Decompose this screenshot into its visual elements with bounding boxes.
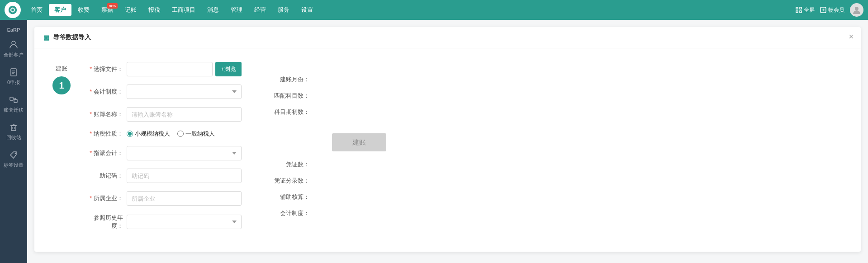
nav-item-settings[interactable]: 设置 — [296, 4, 318, 16]
sidebar-logo-text: EaRP — [5, 24, 22, 35]
nav-item-business[interactable]: 工商项目 — [166, 4, 201, 16]
nav-right: 全屏 畅会员 — [796, 3, 863, 17]
nav-item-home[interactable]: 首页 — [25, 4, 48, 16]
sidebar-item-recycle[interactable]: 回收站 — [0, 118, 27, 146]
trash-icon — [9, 122, 19, 132]
account-name-input[interactable] — [127, 107, 242, 122]
right-account-system-label: 会计制度： — [269, 209, 309, 217]
step-label: 建账 — [56, 65, 67, 73]
subject-init-row: 科目期初数： — [269, 108, 450, 116]
small-taxpayer-radio[interactable] — [127, 131, 133, 137]
sidebar-label: 回收站 — [6, 134, 21, 141]
voucher-count-row: 凭证数： — [269, 160, 450, 169]
svg-point-20 — [15, 153, 16, 154]
import-panel: ▩ 导爷数据导入 × 建账 1 选择文件： — [34, 27, 861, 252]
account-system-row: 会计制度： — [87, 85, 242, 99]
browse-button[interactable]: +浏览 — [215, 62, 242, 76]
voucher-records-label: 凭证分录数： — [269, 177, 309, 185]
subject-init-label: 科目期初数： — [269, 108, 309, 116]
assign-accountant-select[interactable] — [127, 146, 242, 160]
tax-radio-group: 小规模纳税人 一般纳税人 — [127, 130, 215, 138]
nav-item-message[interactable]: 消息 — [202, 4, 224, 16]
sidebar-label: 0申报 — [7, 79, 20, 86]
main-layout: EaRP 全部客户 0申报 账套迁移 回收站 — [0, 20, 868, 263]
belong-company-row: 所属企业： — [87, 191, 242, 206]
file-row: 选择文件： +浏览 — [87, 62, 242, 76]
small-taxpayer-option[interactable]: 小规模纳税人 — [127, 130, 170, 138]
nav-items: 首页 客户 收费 票据 new 记账 报税 工商项目 消息 管理 经营 服务 设… — [25, 4, 796, 16]
transfer-icon — [9, 95, 19, 105]
avatar[interactable] — [850, 3, 863, 17]
import-icon: ▩ — [43, 34, 49, 41]
voucher-count-label: 凭证数： — [269, 160, 309, 169]
fullscreen-button[interactable]: 全屏 — [796, 6, 815, 14]
content-area: ▩ 导爷数据导入 × 建账 1 选择文件： — [27, 20, 868, 263]
svg-rect-14 — [14, 99, 17, 103]
nav-item-customer[interactable]: 客户 — [49, 4, 71, 16]
nav-item-bookkeeping[interactable]: 记账 — [119, 4, 142, 16]
belong-company-label: 所属企业： — [87, 194, 123, 202]
match-subject-label: 匹配科目数： — [269, 92, 309, 100]
memo-code-label: 助记码： — [87, 172, 123, 180]
aux-calc-label: 辅助核算： — [269, 193, 309, 201]
svg-point-7 — [855, 7, 859, 10]
tag-icon — [9, 150, 19, 160]
file-input-wrap: +浏览 — [127, 62, 242, 76]
nav-item-manage[interactable]: 管理 — [225, 4, 248, 16]
top-nav: 首页 客户 收费 票据 new 记账 报税 工商项目 消息 管理 经营 服务 设… — [0, 0, 868, 20]
nav-item-operation[interactable]: 经营 — [249, 4, 271, 16]
sidebar-label: 标签设置 — [4, 162, 24, 169]
sidebar-item-all-customers[interactable]: 全部客户 — [0, 35, 27, 63]
svg-point-1 — [11, 9, 14, 11]
voucher-records-row: 凭证分录数： — [269, 177, 450, 185]
build-month-label: 建账月份： — [269, 75, 309, 84]
nav-item-tax[interactable]: 报税 — [143, 4, 166, 16]
general-taxpayer-option[interactable]: 一般纳税人 — [177, 130, 215, 138]
step-circle: 1 — [52, 76, 71, 94]
history-year-row: 参照历史年度： — [87, 214, 242, 230]
app-logo[interactable] — [5, 2, 21, 18]
account-system-label: 会计制度： — [87, 88, 123, 96]
sidebar: EaRP 全部客户 0申报 账套迁移 回收站 — [0, 20, 27, 263]
sidebar-item-tag-settings[interactable]: 标签设置 — [0, 146, 27, 173]
account-system-select[interactable] — [127, 85, 242, 99]
nav-item-invoice[interactable]: 票据 new — [96, 4, 119, 16]
assign-accountant-label: 指派会计： — [87, 149, 123, 157]
svg-point-8 — [12, 41, 15, 45]
form-right: 建账月份： 匹配科目数： 科目期初数： 建账 — [269, 62, 450, 238]
step-indicator: 建账 1 — [52, 62, 71, 94]
svg-rect-15 — [11, 126, 16, 131]
form-left: 选择文件： +浏览 会计制度： — [87, 62, 242, 238]
history-year-select[interactable] — [127, 215, 242, 229]
svg-rect-3 — [800, 7, 802, 9]
general-taxpayer-radio[interactable] — [177, 131, 184, 137]
tax-nature-row: 纳税性质： 小规模纳税人 一般纳税人 — [87, 130, 242, 138]
sidebar-item-zero-declare[interactable]: 0申报 — [0, 63, 27, 90]
svg-rect-5 — [800, 11, 802, 13]
file-label: 选择文件： — [87, 65, 123, 73]
memo-code-input[interactable] — [127, 169, 242, 183]
belong-company-input[interactable] — [127, 191, 242, 206]
svg-rect-13 — [10, 97, 13, 100]
svg-rect-2 — [796, 7, 798, 9]
match-subject-row: 匹配科目数： — [269, 92, 450, 100]
nav-item-fee[interactable]: 收费 — [72, 4, 95, 16]
nav-item-service[interactable]: 服务 — [272, 4, 295, 16]
form-area: 建账 1 选择文件： +浏览 — [34, 48, 861, 252]
svg-rect-4 — [796, 11, 798, 13]
build-account-button[interactable]: 建账 — [332, 133, 386, 151]
build-button-row: 建账 — [269, 124, 450, 151]
new-badge: new — [107, 3, 118, 9]
panel-title: 导爷数据导入 — [53, 33, 91, 42]
tax-nature-label: 纳税性质： — [87, 130, 123, 138]
sidebar-label: 全部客户 — [4, 52, 24, 58]
sidebar-item-account-migrate[interactable]: 账套迁移 — [0, 90, 27, 118]
close-button[interactable]: × — [849, 33, 854, 41]
panel-header: ▩ 导爷数据导入 — [34, 27, 861, 48]
general-taxpayer-label: 一般纳税人 — [185, 130, 215, 138]
account-name-label: 账簿名称： — [87, 110, 123, 118]
small-taxpayer-label: 小规模纳税人 — [135, 130, 170, 138]
member-button[interactable]: 畅会员 — [820, 6, 844, 14]
memo-code-row: 助记码： — [87, 169, 242, 183]
file-input[interactable] — [127, 62, 213, 76]
